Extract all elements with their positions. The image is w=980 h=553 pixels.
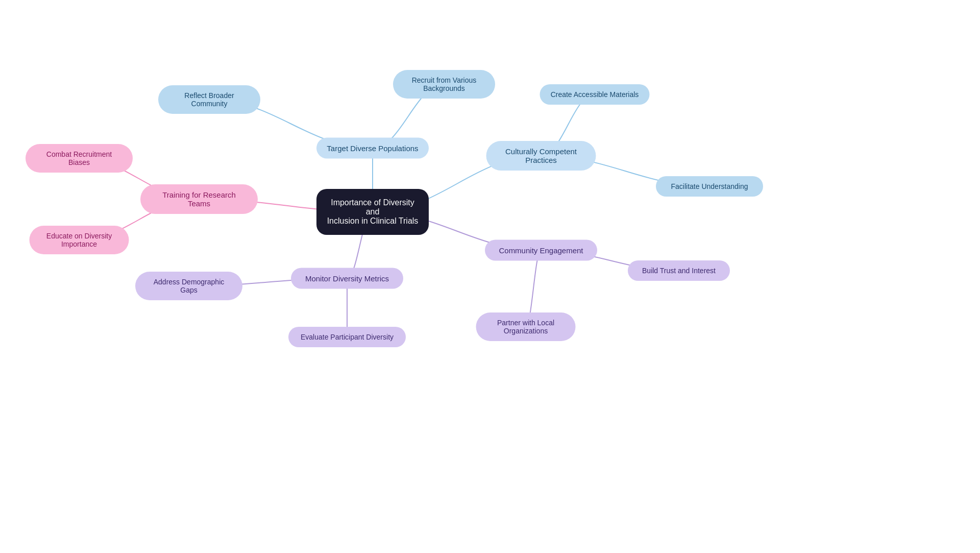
combat-biases-node[interactable]: Combat Recruitment Biases <box>26 144 133 173</box>
address-gaps-node[interactable]: Address Demographic Gaps <box>135 272 242 300</box>
evaluate-diversity-node[interactable]: Evaluate Participant Diversity <box>288 327 406 347</box>
recruit-various-node[interactable]: Recruit from Various Backgrounds <box>393 70 495 99</box>
create-accessible-node[interactable]: Create Accessible Materials <box>540 84 650 105</box>
culturally-competent-node[interactable]: Culturally Competent Practices <box>486 141 596 171</box>
monitor-metrics-node[interactable]: Monitor Diversity Metrics <box>291 268 403 289</box>
mindmap-container: Importance of Diversity and Inclusion in… <box>0 0 980 553</box>
training-research-node[interactable]: Training for Research Teams <box>140 184 258 214</box>
target-diverse-node[interactable]: Target Diverse Populations <box>316 138 429 159</box>
community-engagement-node[interactable]: Community Engagement <box>485 240 597 261</box>
center-node[interactable]: Importance of Diversity and Inclusion in… <box>316 189 429 235</box>
educate-diversity-node[interactable]: Educate on Diversity Importance <box>30 226 129 254</box>
partner-local-node[interactable]: Partner with Local Organizations <box>476 312 576 341</box>
facilitate-understanding-node[interactable]: Facilitate Understanding <box>656 176 763 197</box>
build-trust-node[interactable]: Build Trust and Interest <box>628 260 730 281</box>
reflect-broader-node[interactable]: Reflect Broader Community <box>158 85 260 114</box>
